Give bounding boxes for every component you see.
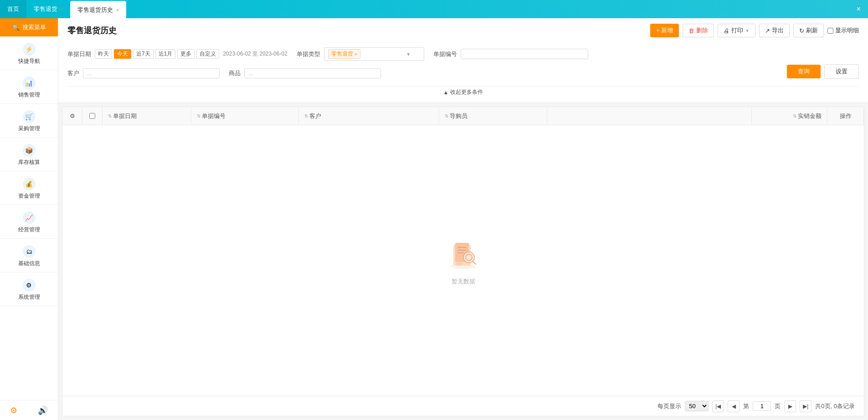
voucher-type-tag: 零售退货 × <box>328 49 360 59</box>
empty-illustration <box>445 236 482 272</box>
customer-select[interactable]: ... <box>83 68 220 78</box>
empty-state: 暂无数据 <box>62 125 864 396</box>
date-btn-1month[interactable]: 近1月 <box>155 49 176 59</box>
quick-nav-icon: ⚡ <box>23 43 36 56</box>
sidebar-item-label-purchase-mgmt: 采购管理 <box>18 125 40 133</box>
empty-text: 暂无数据 <box>452 277 475 286</box>
page-number-input[interactable] <box>753 401 771 411</box>
tab-home[interactable]: 首页 <box>0 0 26 18</box>
th-settings[interactable]: ⚙ <box>62 107 82 125</box>
voucher-type-arrow-icon: ▼ <box>406 51 411 57</box>
total-info: 共0页, 0条记录 <box>815 402 855 410</box>
sidebar-item-sales-mgmt[interactable]: 📊 销售管理 <box>0 70 58 104</box>
settings-icon[interactable]: ⚙ <box>10 405 17 415</box>
collapse-more-button[interactable]: ▲ 收起更多条件 <box>67 86 859 99</box>
th-checkbox[interactable] <box>82 107 103 125</box>
voucher-no-label: 单据编号 <box>433 50 457 58</box>
date-btn-more[interactable]: 更多 <box>177 49 195 59</box>
date-btn-today[interactable]: 今天 <box>114 49 131 59</box>
display-detail-checkbox[interactable]: 显示明细 <box>827 26 859 35</box>
collapse-arrow-icon: ▲ <box>443 89 449 96</box>
goods-placeholder: ... <box>248 70 253 77</box>
content-area: 零售退货历史 + 新增 🗑 删除 🖨 打印 ▼ ↗ 导出 <box>58 18 868 420</box>
sidebar-item-inventory[interactable]: 📦 库存核算 <box>0 138 58 171</box>
voucher-type-tag-label: 零售退货 <box>331 50 353 58</box>
delete-button[interactable]: 🗑 删除 <box>683 24 714 37</box>
voucher-no-input[interactable] <box>461 49 588 59</box>
voucher-type-select[interactable]: 零售退货 × ▼ <box>324 47 424 61</box>
tab-retail-return-history[interactable]: 零售退货历史 × <box>70 1 126 19</box>
refresh-label: 刷新 <box>806 26 818 35</box>
delete-label: 删除 <box>696 26 708 35</box>
sidebar-item-purchase-mgmt[interactable]: 🛒 采购管理 <box>0 104 58 138</box>
th-spacer <box>547 107 752 125</box>
sidebar-item-finance[interactable]: 💰 资金管理 <box>0 171 58 205</box>
sidebar-item-basic-info[interactable]: 🗂 基础信息 <box>0 239 58 272</box>
page-header: 零售退货历史 + 新增 🗑 删除 🖨 打印 ▼ ↗ 导出 <box>58 18 868 103</box>
settings-filter-button[interactable]: 设置 <box>824 64 859 79</box>
customer-label: 客户 <box>67 69 79 77</box>
sidebar-item-system-mgmt[interactable]: ⚙ 系统管理 <box>0 272 58 306</box>
new-button[interactable]: + 新增 <box>650 24 679 37</box>
sidebar-item-label-finance: 资金管理 <box>18 192 40 200</box>
per-page-select[interactable]: 50 20 100 200 <box>685 401 709 411</box>
voucher-type-filter: 单据类型 零售退货 × ▼ <box>297 47 424 61</box>
sort-doc-icon: ⇅ <box>197 113 200 118</box>
volume-icon[interactable]: 🔊 <box>38 405 48 415</box>
svg-point-9 <box>456 262 463 266</box>
first-page-button[interactable]: |◀ <box>712 400 724 412</box>
next-page-button[interactable]: ▶ <box>784 400 796 412</box>
sidebar-item-label-sales-mgmt: 销售管理 <box>18 91 40 99</box>
th-doc-no-label: 单据编号 <box>202 112 226 120</box>
prev-page-button[interactable]: ◀ <box>728 400 740 412</box>
export-icon: ↗ <box>765 27 770 34</box>
sidebar-search[interactable]: 🔍 搜索菜单 <box>0 18 58 36</box>
main-layout: 🔍 搜索菜单 ⚡ 快捷导航 📊 销售管理 🛒 采购管理 📦 库存核算 💰 资金管… <box>0 18 868 420</box>
sidebar-item-quick-nav[interactable]: ⚡ 快捷导航 <box>0 36 58 70</box>
select-all-checkbox[interactable] <box>89 113 95 119</box>
sidebar-item-label-quick-nav: 快捷导航 <box>18 57 40 65</box>
refresh-button[interactable]: ↻ 刷新 <box>793 24 824 37</box>
tab-retail-return-history-close[interactable]: × <box>116 7 118 13</box>
export-label: 导出 <box>772 26 784 35</box>
print-button[interactable]: 🖨 打印 ▼ <box>718 24 755 37</box>
date-btn-yesterday[interactable]: 昨天 <box>95 49 112 59</box>
tab-retail-return-close[interactable]: × <box>60 6 63 12</box>
sales-mgmt-icon: 📊 <box>23 77 36 89</box>
sidebar-item-operations[interactable]: 📈 经营管理 <box>0 205 58 239</box>
display-detail-input[interactable] <box>827 28 833 34</box>
svg-line-8 <box>473 261 476 264</box>
last-page-button[interactable]: ▶| <box>800 400 812 412</box>
tab-retail-return-history-label: 零售退货历史 <box>77 6 113 14</box>
search-icon: 🔍 <box>12 24 20 31</box>
th-guide-label: 导购员 <box>450 112 467 120</box>
page-unit: 页 <box>775 402 781 410</box>
tab-retail-return[interactable]: 零售退货 × <box>26 0 70 18</box>
window-close-button[interactable]: × <box>857 5 868 13</box>
query-button[interactable]: 查询 <box>787 65 821 78</box>
pagination: 每页显示 50 20 100 200 |◀ ◀ 第 页 ▶ ▶| 共0页, 0条… <box>62 396 864 416</box>
th-amount: ⇅ 实销金额 <box>752 107 827 125</box>
date-btn-7days[interactable]: 近7天 <box>133 49 154 59</box>
th-customer: ⇅ 客户 <box>299 107 439 125</box>
customer-placeholder: ... <box>87 70 92 77</box>
voucher-no-filter: 单据编号 <box>433 49 588 59</box>
print-label: 打印 <box>731 26 743 35</box>
filter-row-2: 客户 ... 商品 ... 查询 <box>67 64 859 82</box>
voucher-type-tag-close[interactable]: × <box>354 51 357 57</box>
toolbar: + 新增 🗑 删除 🖨 打印 ▼ ↗ 导出 ↻ <box>650 24 859 37</box>
th-amount-label: 实销金额 <box>798 112 822 120</box>
sidebar-search-label: 搜索菜单 <box>22 23 46 31</box>
top-bar: 首页 零售退货 × 零售退货历史 × × <box>0 0 868 18</box>
goods-select[interactable]: ... <box>244 68 381 78</box>
sort-guide-icon: ⇅ <box>445 113 448 118</box>
export-button[interactable]: ↗ 导出 <box>759 24 790 37</box>
tab-bar: 首页 零售退货 × 零售退货历史 × <box>0 0 857 18</box>
per-page-label: 每页显示 <box>657 402 681 410</box>
customer-filter: 客户 ... <box>67 68 220 78</box>
filter-area: 单据日期 昨天 今天 近7天 近1月 更多 自定义 2023-06-02 至 2… <box>67 43 859 102</box>
date-btn-custom[interactable]: 自定义 <box>196 49 219 59</box>
sidebar: 🔍 搜索菜单 ⚡ 快捷导航 📊 销售管理 🛒 采购管理 📦 库存核算 💰 资金管… <box>0 18 58 420</box>
goods-filter: 商品 ... <box>229 68 381 78</box>
sort-asc-icon: ⇅ <box>108 113 112 118</box>
